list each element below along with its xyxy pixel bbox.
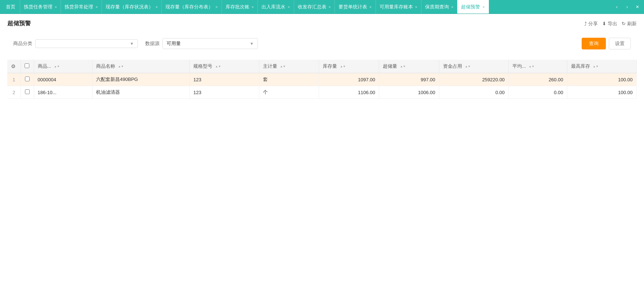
col-avg-label: 平均... [512,63,526,69]
col-over-label: 超储量 [383,63,397,69]
sort-sku-icon: ▲▼ [54,65,60,68]
row-capital: 0.00 [439,86,508,99]
export-icon: ⬇ [602,21,606,26]
col-name-label: 商品名称 [96,63,115,69]
row-stock: 1106.00 [319,86,379,99]
col-stock-label: 库存量 [323,63,337,69]
filter-buttons: 查询 设置 [582,38,631,49]
nav-tab-close-icon[interactable]: × [415,5,417,9]
share-icon: ⤴ [584,21,587,27]
query-button[interactable]: 查询 [582,38,606,49]
row-avg: 0.00 [509,86,567,99]
col-sku-header[interactable]: 商品... ▲▼ [34,60,92,73]
nav-tab-tab7[interactable]: 收发存汇总表× [294,0,335,14]
col-capital-header[interactable]: 资金占用 ▲▼ [439,60,508,73]
col-avg-header[interactable]: 平均... ▲▼ [509,60,567,73]
nav-tab-close-icon[interactable]: × [155,5,158,9]
datasource-value: 可用量 [167,40,181,47]
nav-tab-label: 出入库流水 [261,4,285,10]
nav-arrows: ‹ › ✕ [612,0,643,14]
row-num: 2 [7,86,21,99]
nav-tab-tab5[interactable]: 库存批次账× [222,0,258,14]
table-container: ⚙ 商品... ▲▼ 商品名称 ▲▼ 规格型号 ▲▼ [7,60,637,99]
col-max-header[interactable]: 最高库存 ▲▼ [567,60,636,73]
datasource-select[interactable]: 可用量 ▼ [162,38,258,49]
page-header: 超储预警 ⤴ 分享 ⬇ 导出 ↻ 刷新 [7,20,637,27]
top-navigation: 首页 拣货任务管理×拣货异常处理×现存量（库存状况表）×现存量（库存分布表）×库… [0,0,644,14]
nav-tab-label: 超储预警 [461,4,480,10]
category-select[interactable]: ▼ [35,39,138,48]
nav-tab-tab11[interactable]: 超储预警× [457,0,489,14]
nav-tab-tab6[interactable]: 出入库流水× [258,0,294,14]
nav-tab-close-icon[interactable]: × [369,5,372,9]
share-action[interactable]: ⤴ 分享 [584,21,598,27]
nav-tab-close-icon[interactable]: × [482,5,484,9]
col-spec-label: 规格型号 [193,63,212,69]
datasource-label: 数据源 [145,40,160,47]
row-spec: 123 [190,73,259,86]
export-action[interactable]: ⬇ 导出 [602,21,617,27]
sort-avg-icon: ▲▼ [529,65,535,68]
nav-tab-close-icon[interactable]: × [288,5,290,9]
nav-next-arrow[interactable]: › [622,0,632,14]
row-over: 997.00 [379,73,439,86]
data-table: ⚙ 商品... ▲▼ 商品名称 ▲▼ 规格型号 ▲▼ [7,60,637,99]
col-max-label: 最高库存 [571,63,590,69]
table-row: 1 0000004 六配套新昌490BPG 123 套 1097.00 997.… [7,73,637,86]
select-all-checkbox[interactable] [25,63,29,68]
col-capital-label: 资金占用 [443,63,462,69]
col-name-header[interactable]: 商品名称 ▲▼ [92,60,190,73]
page-content: 超储预警 ⤴ 分享 ⬇ 导出 ↻ 刷新 商品分类 ▼ 数据源 [0,14,644,293]
settings-button[interactable]: 设置 [609,38,631,49]
nav-tab-label: 库存批次账 [226,4,249,10]
nav-tab-tab8[interactable]: 要货单统计表× [335,0,376,14]
sort-name-icon: ▲▼ [118,65,124,68]
nav-tab-close-icon[interactable]: × [95,5,98,9]
row-unit: 个 [259,86,319,99]
nav-tab-close-icon[interactable]: × [215,5,217,9]
nav-tab-close-icon[interactable]: × [329,5,331,9]
table-row: 2 186-10... 机油滤清器 123 个 1106.00 1006.00 … [7,86,637,99]
nav-tab-label: 拣货任务管理 [24,4,52,10]
datasource-chevron-icon: ▼ [250,41,254,46]
row-max: 100.00 [567,73,636,86]
nav-tab-close-icon[interactable]: × [252,5,254,9]
nav-tab-tab9[interactable]: 可用量库存账本× [376,0,421,14]
row-checkbox[interactable] [25,89,30,94]
row-name: 机油滤清器 [92,86,190,99]
nav-prev-arrow[interactable]: ‹ [612,0,622,14]
export-label: 导出 [608,21,617,27]
nav-tab-tab3[interactable]: 现存量（库存状况表）× [102,0,162,14]
nav-home[interactable]: 首页 [1,0,20,14]
nav-tab-tab10[interactable]: 保质期查询× [421,0,457,14]
refresh-action[interactable]: ↻ 刷新 [622,21,637,27]
row-checkbox[interactable] [25,77,30,81]
row-sku: 186-10... [34,86,92,99]
sort-capital-icon: ▲▼ [465,65,471,68]
col-over-header[interactable]: 超储量 ▲▼ [379,60,439,73]
row-max: 100.00 [567,86,636,99]
nav-tab-label: 保质期查询 [425,4,449,10]
sort-unit-icon: ▲▼ [280,65,286,68]
nav-tab-close-icon[interactable]: × [55,5,57,9]
row-name: 六配套新昌490BPG [92,73,190,86]
row-sku: 0000004 [34,73,92,86]
share-label: 分享 [588,21,598,27]
nav-tab-tab4[interactable]: 现存量（库存分布表）× [162,0,222,14]
col-spec-header[interactable]: 规格型号 ▲▼ [190,60,259,73]
sort-spec-icon: ▲▼ [215,65,221,68]
row-spec: 123 [190,86,259,99]
nav-tab-tab2[interactable]: 拣货异常处理× [61,0,102,14]
nav-tab-tab1[interactable]: 拣货任务管理× [20,0,61,14]
row-avg: 260.00 [509,73,567,86]
category-filter: 商品分类 ▼ [13,39,138,48]
gear-icon[interactable]: ⚙ [11,63,16,69]
refresh-label: 刷新 [627,21,637,27]
nav-tab-label: 可用量库存账本 [380,4,413,10]
col-stock-header[interactable]: 库存量 ▲▼ [319,60,379,73]
category-chevron-icon: ▼ [130,41,134,46]
nav-close-arrow[interactable]: ✕ [632,0,643,14]
nav-tab-close-icon[interactable]: × [451,5,453,9]
col-unit-header[interactable]: 主计量 ▲▼ [259,60,319,73]
refresh-icon: ↻ [622,21,626,26]
